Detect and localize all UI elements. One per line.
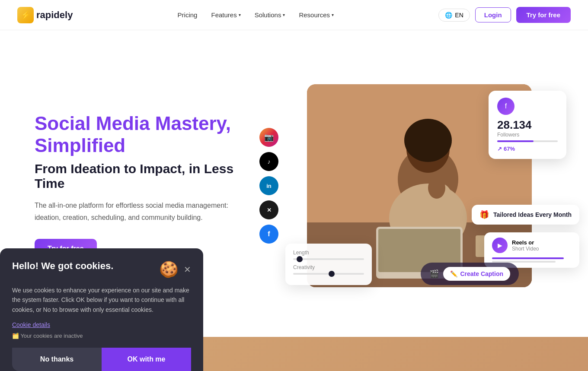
cookie-details-link[interactable]: Cookie details <box>12 321 191 328</box>
hero-title: Social Media Mastery, Simplified <box>35 113 242 156</box>
reels-label: Reels or Short Video <box>512 239 539 252</box>
nav-solutions[interactable]: Solutions ▾ <box>255 11 285 19</box>
chevron-down-icon: ▾ <box>239 13 241 17</box>
navbar: ⚡ rapidely Pricing Features ▾ Solutions … <box>0 0 588 30</box>
avatar: f <box>497 98 514 115</box>
nav-right: 🌐 EN Login Try for free <box>438 7 571 23</box>
creativity-track <box>293 273 364 275</box>
length-slider-row: Length <box>293 250 364 260</box>
caption-row: 🎬 ✏️ Create Caption <box>421 263 519 285</box>
cookie-banner: Hello! We got cookies. 🍪 ✕ We use cookie… <box>0 248 203 371</box>
cookie-close-button[interactable]: ✕ <box>184 265 191 274</box>
pencil-icon: ✏️ <box>450 270 457 277</box>
creativity-thumb[interactable] <box>329 271 335 277</box>
cookie-description: We use cookies to enhance your experienc… <box>12 285 191 314</box>
facebook-icon[interactable]: f <box>259 225 278 244</box>
camera-icon: 🎬 <box>429 269 439 279</box>
follower-label: Followers <box>497 132 558 138</box>
language-selector[interactable]: 🌐 EN <box>438 9 470 22</box>
play-icon: ▶ <box>492 238 508 253</box>
progress-bar-fill <box>497 140 534 142</box>
tailored-ideas-card: 🎁 Tailored Ideas Every Month <box>472 205 579 225</box>
logo-text: rapidely <box>36 10 73 21</box>
tiktok-icon[interactable]: ♪ <box>259 152 278 171</box>
growth-stat: ↗ 67% <box>497 146 558 152</box>
ok-button[interactable]: OK with me <box>102 348 191 371</box>
svg-point-4 <box>404 119 452 162</box>
gift-icon: 🎁 <box>479 210 489 219</box>
login-button[interactable]: Login <box>475 7 511 22</box>
social-icons-column: 📷 ♪ in ✕ f <box>259 128 278 244</box>
cookie-title-wrap: Hello! We got cookies. <box>12 260 113 272</box>
cookie-title: Hello! We got cookies. <box>12 260 113 272</box>
length-label: Length <box>293 250 364 256</box>
length-track <box>293 258 364 260</box>
hero-subtitle: From Ideation to Impact, in Less Time <box>35 162 242 191</box>
svg-point-10 <box>428 177 445 199</box>
nav-resources[interactable]: Resources ▾ <box>299 11 334 19</box>
cookie-emoji: 🍪 <box>159 260 179 279</box>
tailored-text: Tailored Ideas Every Month <box>493 211 572 218</box>
create-caption-button[interactable]: ✏️ Create Caption <box>443 267 510 281</box>
trending-icon: ↗ <box>497 146 502 152</box>
reels-top: ▶ Reels or Short Video <box>492 238 572 253</box>
globe-icon: 🌐 <box>445 12 452 19</box>
instagram-icon[interactable]: 📷 <box>259 128 278 147</box>
twitter-icon[interactable]: ✕ <box>259 200 278 219</box>
follower-card: f 28.134 Followers ↗ 67% <box>489 91 566 159</box>
cookie-header: Hello! We got cookies. 🍪 ✕ <box>12 260 191 279</box>
length-thumb[interactable] <box>297 256 303 262</box>
logo[interactable]: ⚡ rapidely <box>17 7 73 23</box>
nav-links: Pricing Features ▾ Solutions ▾ Resources… <box>178 11 334 19</box>
sliders-widget: Length Creativity <box>285 244 372 285</box>
linkedin-icon[interactable]: in <box>259 176 278 195</box>
no-thanks-button[interactable]: No thanks <box>12 348 102 371</box>
progress-bar <box>497 140 558 142</box>
hero-right: 📷 ♪ in ✕ f <box>259 78 553 294</box>
hero-description: The all-in-one platform for effortless s… <box>35 200 242 223</box>
creativity-label: Creativity <box>293 264 364 270</box>
nav-features[interactable]: Features ▾ <box>211 11 240 19</box>
growth-value: 67% <box>504 146 515 152</box>
chevron-down-icon: ▾ <box>332 13 334 17</box>
chevron-down-icon: ▾ <box>283 13 285 17</box>
cookie-buttons: No thanks OK with me <box>12 348 191 371</box>
follower-count: 28.134 <box>497 118 558 132</box>
creativity-slider-row: Creativity <box>293 264 364 275</box>
logo-icon: ⚡ <box>17 7 34 23</box>
hero-left: Social Media Mastery, Simplified From Id… <box>35 113 242 259</box>
try-free-button-nav[interactable]: Try for free <box>516 7 571 23</box>
reels-bar-primary <box>492 257 564 259</box>
cookie-inactive-status: 🗂️ Your cookies are inactive <box>12 333 191 339</box>
avatar-icon: f <box>505 102 507 110</box>
lang-label: EN <box>455 12 463 19</box>
nav-pricing[interactable]: Pricing <box>178 11 198 19</box>
